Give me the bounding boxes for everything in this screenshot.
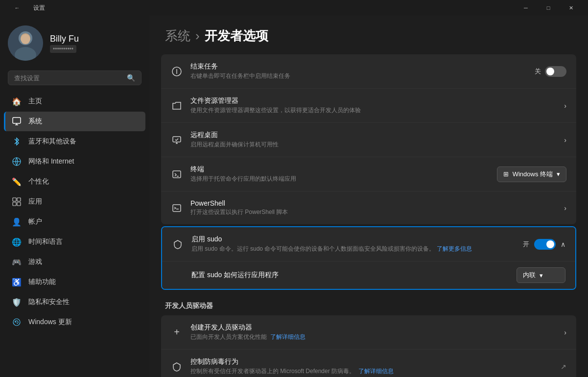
end-task-icon xyxy=(171,66,183,77)
svg-rect-12 xyxy=(17,202,21,206)
developer-drivers-card: + 创建开发人员驱动器 已面向开发人员方案优化性能 了解详细信息 › xyxy=(161,315,576,377)
titlebar: ← 设置 ─ □ ✕ xyxy=(0,0,588,16)
terminal-subtitle: 选择用于托管命令行应用的默认终端应用 xyxy=(190,175,489,183)
sidebar-item-label: 主页 xyxy=(28,97,42,106)
home-icon: 🏠 xyxy=(12,96,22,106)
sidebar-item-windows-update[interactable]: Windows 更新 xyxy=(4,312,145,332)
minimize-button[interactable]: ─ xyxy=(515,0,537,16)
sudo-main-row[interactable]: 启用 sudo 启用 sudo 命令。运行 sudo 命令可能会使你的设备和个人… xyxy=(162,227,575,261)
search-box[interactable]: 🔍 xyxy=(8,71,141,85)
chevron-right-icon: › xyxy=(564,136,566,144)
app-body: Billy Fu •••••••••• 🔍 🏠 主页 xyxy=(0,16,588,377)
windows-update-icon xyxy=(12,317,22,327)
antivirus-row[interactable]: 控制防病毒行为 控制所有受信任开发者驱动器上的 Microsoft Defend… xyxy=(161,350,576,377)
file-explorer-icon xyxy=(171,100,183,112)
search-input[interactable] xyxy=(14,74,123,82)
sudo-config-dropdown[interactable]: 内联 ▾ xyxy=(517,267,565,283)
sidebar-item-label: 蓝牙和其他设备 xyxy=(28,137,76,146)
dropdown-arrow-icon: ▾ xyxy=(557,170,560,178)
powershell-row[interactable]: PowerShell 打开这些设置以执行 PowerShell 脚本 › xyxy=(161,191,576,224)
powershell-subtitle: 打开这些设置以执行 PowerShell 脚本 xyxy=(190,208,556,216)
bluetooth-icon xyxy=(12,137,22,146)
content-area: 系统 › 开发者选项 结束任务 右键单击即可在任务栏中启用结束任务 关 xyxy=(149,16,588,377)
external-link-icon: ↗ xyxy=(561,363,566,371)
back-button[interactable]: ← xyxy=(6,0,28,16)
terminal-dropdown[interactable]: ⊞ Windows 终端 ▾ xyxy=(497,166,566,182)
close-button[interactable]: ✕ xyxy=(560,0,582,16)
antivirus-subtitle: 控制所有受信任开发者驱动器上的 Microsoft Defender 防病毒。 … xyxy=(190,367,553,376)
sidebar-item-label: Windows 更新 xyxy=(28,318,72,327)
remote-desktop-row[interactable]: 远程桌面 启用远程桌面并确保计算机可用性 › xyxy=(161,123,576,157)
sidebar-item-network[interactable]: 网络和 Internet xyxy=(4,152,145,171)
terminal-row[interactable]: 终端 选择用于托管命令行应用的默认终端应用 ⊞ Windows 终端 ▾ xyxy=(161,157,576,191)
sidebar-item-label: 隐私和安全性 xyxy=(28,298,70,306)
terminal-title: 终端 xyxy=(190,165,489,174)
sidebar-item-label: 时间和语言 xyxy=(28,237,63,246)
sidebar-item-label: 网络和 Internet xyxy=(28,157,74,166)
antivirus-text: 控制防病毒行为 控制所有受信任开发者驱动器上的 Microsoft Defend… xyxy=(190,357,553,376)
sidebar-item-home[interactable]: 🏠 主页 xyxy=(4,92,145,111)
create-dev-drive-row[interactable]: + 创建开发人员驱动器 已面向开发人员方案优化性能 了解详细信息 › xyxy=(161,315,576,350)
terminal-icon xyxy=(171,168,183,180)
antivirus-link[interactable]: 了解详细信息 xyxy=(358,368,394,375)
sidebar: Billy Fu •••••••••• 🔍 🏠 主页 xyxy=(0,16,149,377)
user-name: Billy Fu xyxy=(50,34,79,44)
end-task-text: 结束任务 右键单击即可在任务栏中启用结束任务 xyxy=(190,62,527,80)
terminal-action[interactable]: ⊞ Windows 终端 ▾ xyxy=(497,166,566,182)
sidebar-item-accessibility[interactable]: ♿ 辅助功能 xyxy=(4,272,145,292)
sidebar-item-label: 个性化 xyxy=(28,177,49,186)
accessibility-icon: ♿ xyxy=(12,277,22,287)
create-dev-drive-action: › xyxy=(564,329,566,336)
sudo-learn-more-link[interactable]: 了解更多信息 xyxy=(437,245,472,252)
remote-desktop-icon xyxy=(171,134,183,146)
create-dev-drive-icon: + xyxy=(171,327,183,338)
powershell-action: › xyxy=(564,204,566,212)
network-icon xyxy=(12,157,22,166)
sidebar-item-time[interactable]: 🌐 时间和语言 xyxy=(4,232,145,252)
sudo-subtitle: 启用 sudo 命令。运行 sudo 命令可能会使你的设备和个人数据面临安全风险… xyxy=(191,245,515,253)
file-explorer-action: › xyxy=(564,102,566,110)
chevron-right-icon: › xyxy=(564,329,566,336)
svg-rect-4 xyxy=(13,118,21,123)
sidebar-item-apps[interactable]: 应用 xyxy=(4,192,145,212)
end-task-subtitle: 右键单击即可在任务栏中启用结束任务 xyxy=(190,72,527,80)
sidebar-item-accounts[interactable]: 👤 帐户 xyxy=(4,212,145,232)
user-subtitle: •••••••••• xyxy=(50,45,76,53)
sudo-section: 启用 sudo 启用 sudo 命令。运行 sudo 命令可能会使你的设备和个人… xyxy=(161,226,576,290)
sudo-toggle[interactable] xyxy=(534,239,556,250)
sidebar-item-personalization[interactable]: ✏️ 个性化 xyxy=(4,172,145,191)
chevron-right-icon: › xyxy=(564,204,566,212)
chevron-right-icon: › xyxy=(564,102,566,110)
file-explorer-row[interactable]: 文件资源管理器 使用文件资源管理器调整这些设置，以获得更适合开发人员的体验 › xyxy=(161,89,576,123)
end-task-toggle[interactable] xyxy=(545,66,566,77)
end-task-row[interactable]: 结束任务 右键单击即可在任务栏中启用结束任务 关 xyxy=(161,54,576,89)
user-profile[interactable]: Billy Fu •••••••••• xyxy=(0,16,149,69)
toggle-thumb xyxy=(546,240,554,248)
maximize-button[interactable]: □ xyxy=(537,0,560,16)
svg-rect-9 xyxy=(13,198,16,201)
antivirus-icon xyxy=(171,361,183,373)
toggle-thumb xyxy=(546,68,554,75)
sudo-config-label: 配置 sudo 如何运行应用程序 xyxy=(191,271,509,280)
time-icon: 🌐 xyxy=(12,237,22,247)
remote-desktop-subtitle: 启用远程桌面并确保计算机可用性 xyxy=(190,141,556,149)
end-task-title: 结束任务 xyxy=(190,62,527,71)
create-dev-drive-link[interactable]: 了解详细信息 xyxy=(270,333,306,340)
sidebar-item-privacy[interactable]: 🛡️ 隐私和安全性 xyxy=(4,292,145,312)
titlebar-title: 设置 xyxy=(33,4,45,12)
file-explorer-subtitle: 使用文件资源管理器调整这些设置，以获得更适合开发人员的体验 xyxy=(190,106,556,115)
sidebar-item-bluetooth[interactable]: 蓝牙和其他设备 xyxy=(4,132,145,151)
settings-card-main: 结束任务 右键单击即可在任务栏中启用结束任务 关 xyxy=(161,54,576,224)
breadcrumb-parent: 系统 xyxy=(165,27,190,45)
sidebar-item-system[interactable]: 系统 xyxy=(4,112,145,131)
sidebar-item-label: 游戏 xyxy=(28,258,42,266)
end-task-action: 关 xyxy=(535,66,566,77)
antivirus-title: 控制防病毒行为 xyxy=(190,357,553,366)
apps-icon xyxy=(12,197,22,207)
terminal-text: 终端 选择用于托管命令行应用的默认终端应用 xyxy=(190,165,489,183)
dropdown-arrow-icon: ▾ xyxy=(540,272,543,279)
sidebar-item-gaming[interactable]: 🎮 游戏 xyxy=(4,252,145,272)
sudo-title: 启用 sudo xyxy=(191,235,515,244)
sudo-toggle-label: 开 xyxy=(523,240,529,249)
file-explorer-text: 文件资源管理器 使用文件资源管理器调整这些设置，以获得更适合开发人员的体验 xyxy=(190,96,556,115)
